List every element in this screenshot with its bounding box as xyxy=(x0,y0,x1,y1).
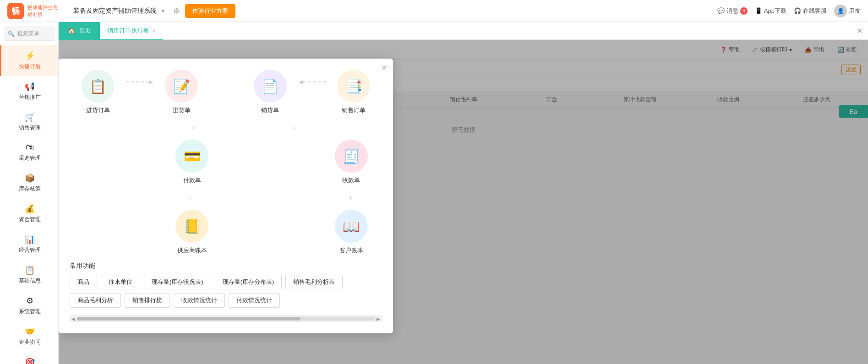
sidebar-item-marketing[interactable]: 📢营销推广 xyxy=(0,76,58,107)
flow-arrow-h2: ◀ xyxy=(299,79,326,105)
user-area[interactable]: 👤 用友 xyxy=(834,5,861,17)
func-btn-销售排行榜[interactable]: 销售排行榜 xyxy=(125,293,170,308)
flow-supplier-ledger[interactable]: 📒 供应商账本 xyxy=(161,210,223,255)
sidebar-nav: ⚡快捷导航📢营销推广🛒销售管理🛍采购管理📦库存核算💰资金管理📊经营管理📋基础信息… xyxy=(0,45,58,364)
message-icon: 💬 xyxy=(717,7,725,14)
system-title: 装备及固定资产辅助管理系统 ▼ ⚙ xyxy=(73,6,180,15)
scroll-left-arrow[interactable]: ◀ xyxy=(71,316,75,321)
tab-home[interactable]: 🏠 首页 xyxy=(59,22,100,40)
flow-circle-purchase-order: 📋 xyxy=(82,70,115,103)
sidebar-icon-collab: 🤝 xyxy=(25,326,35,337)
down-arrow-payment: ↓ xyxy=(161,124,225,130)
sidebar-item-newbie[interactable]: 🎯新手引导 xyxy=(0,352,58,364)
func-btn-销售毛利分析表[interactable]: 销售毛利分析表 xyxy=(285,275,343,289)
flow-label-supplier: 供应商账本 xyxy=(177,246,207,255)
flow-label-purchase-bill: 进货单 xyxy=(173,106,191,114)
sidebar-label-sales: 销售管理 xyxy=(19,124,41,132)
sidebar-icon-inventory: 📦 xyxy=(25,173,35,183)
flow-circle-customer: 📖 xyxy=(335,210,368,243)
flow-sales-order[interactable]: 📑 销售订单 xyxy=(326,70,382,114)
func-btn-商品毛利分析[interactable]: 商品毛利分析 xyxy=(70,293,121,308)
flow-payment-bill[interactable]: 💳 付款单 xyxy=(161,140,223,185)
scroll-right-arrow[interactable]: ▶ xyxy=(377,316,380,321)
sidebar-icon-finance: 💰 xyxy=(25,204,35,214)
down-arrow-customer: ↓ xyxy=(320,194,382,201)
sidebar-icon-purchase: 🛍 xyxy=(26,143,34,152)
func-btn-收款情况统计[interactable]: 收款情况统计 xyxy=(174,293,225,308)
home-icon: 🏠 xyxy=(68,27,75,34)
flow-sales-bill[interactable]: 📄 销货单 xyxy=(242,70,298,114)
spacer-m2 xyxy=(221,194,319,201)
func-btn-现存量(库存分布表)[interactable]: 现存量(库存分布表) xyxy=(215,275,282,289)
message-badge: 6 xyxy=(740,7,748,15)
user-avatar: 👤 xyxy=(834,5,847,17)
func-btn-商品[interactable]: 商品 xyxy=(70,275,97,289)
page-content: ❓ 帮助 🖨 按模板打印 ▾ 📤 导出 🔄 刷新 xyxy=(59,40,868,364)
down-arrow-supplier: ↓ xyxy=(159,194,221,201)
flow-circle-sales-bill: 📄 xyxy=(254,70,287,103)
sidebar-item-purchase[interactable]: 🛍采购管理 xyxy=(0,137,58,168)
sidebar-icon-newbie: 🎯 xyxy=(25,357,35,364)
logo-icon: 畅 xyxy=(7,3,24,19)
sidebar-icon-operations: 📊 xyxy=(25,234,35,244)
flow-circle-sales-order: 📑 xyxy=(337,70,370,103)
flow-label-sales-bill: 销货单 xyxy=(261,106,279,114)
flow-label-customer: 客户账本 xyxy=(339,246,363,255)
spacer-arrow xyxy=(134,124,161,130)
topbar-settings-icon[interactable]: ⚙ xyxy=(173,6,180,15)
sidebar-item-finance[interactable]: 💰资金管理 xyxy=(0,198,58,229)
flow-arrow-h1: ▶ xyxy=(126,79,153,105)
tab-sales-order[interactable]: 销售订单执行表 × xyxy=(100,22,163,40)
search-icon: 🔍 xyxy=(8,31,15,37)
online-service-btn[interactable]: 🎧 在线客服 xyxy=(794,7,827,15)
message-btn[interactable]: 💬 消息 6 xyxy=(717,7,748,15)
sidebar-search-area: 🔍 搜索菜单 xyxy=(0,22,58,45)
sidebar-item-inventory[interactable]: 📦库存核算 xyxy=(0,168,58,198)
tab-close-icon[interactable]: × xyxy=(153,27,156,34)
flow-diagram: 📋 进货订单 ▶ xyxy=(70,70,382,255)
sidebar-item-sales[interactable]: 🛒销售管理 xyxy=(0,107,58,137)
sidebar-label-system: 系统管理 xyxy=(19,308,41,315)
flow-arrows-down-row: ↓ ↓ xyxy=(70,124,382,130)
sidebar: 🔍 搜索菜单 ⚡快捷导航📢营销推广🛒销售管理🛍采购管理📦库存核算💰资金管理📊经营… xyxy=(0,22,59,364)
flow-label-purchase-order: 进货订单 xyxy=(86,106,110,114)
func-btn-往来单位[interactable]: 往来单位 xyxy=(101,275,140,289)
system-name: 装备及固定资产辅助管理系统 xyxy=(73,7,157,15)
scroll-track[interactable] xyxy=(77,317,375,321)
sidebar-icon-system: ⚙ xyxy=(26,296,33,306)
modal-close-button[interactable]: × xyxy=(382,63,387,73)
system-dropdown-icon[interactable]: ▼ xyxy=(160,8,166,14)
modal-overlay[interactable]: × 📋 进货订单 xyxy=(59,40,868,364)
scroll-bar-area: ◀ ▶ xyxy=(70,315,382,322)
func-btn-付款情况统计[interactable]: 付款情况统计 xyxy=(229,293,280,308)
sidebar-icon-sales: 🛒 xyxy=(25,112,35,122)
sidebar-item-basic-info[interactable]: 📋基础信息 xyxy=(0,260,58,290)
sidebar-label-basic-info: 基础信息 xyxy=(19,277,41,285)
flow-receipt-bill[interactable]: 🧾 收款单 xyxy=(320,140,382,185)
quick-nav-modal: × 📋 进货订单 xyxy=(59,59,393,333)
sidebar-item-collab[interactable]: 🤝企业协同 xyxy=(0,321,58,352)
flow-purchase-order[interactable]: 📋 进货订单 xyxy=(70,70,126,114)
func-btn-现存量(库存状况表)[interactable]: 现存量(库存状况表) xyxy=(144,275,211,289)
tab-bar: 🏠 首页 销售订单执行表 × ✕ xyxy=(59,22,868,40)
sidebar-label-purchase: 采购管理 xyxy=(19,154,41,162)
flow-customer-ledger[interactable]: 📖 客户账本 xyxy=(320,210,382,255)
search-menu-button[interactable]: 🔍 搜索菜单 xyxy=(4,27,55,41)
app-download-btn[interactable]: 📱 App下载 xyxy=(755,7,786,15)
spacer-left xyxy=(70,124,134,130)
tab-area-close-button[interactable]: ✕ xyxy=(851,22,868,39)
sidebar-item-quick-nav[interactable]: ⚡快捷导航 xyxy=(0,45,58,76)
flow-circle-receipt: 🧾 xyxy=(335,140,368,173)
flow-row-3: 📒 供应商账本 📖 客户账本 xyxy=(70,210,382,255)
func-buttons: 商品往来单位现存量(库存状况表)现存量(库存分布表)销售毛利分析表商品毛利分析销… xyxy=(70,275,382,308)
flow-purchase-bill[interactable]: 📝 进货单 xyxy=(153,70,209,114)
flow-circle-payment: 💳 xyxy=(175,140,208,173)
sidebar-item-system[interactable]: ⚙系统管理 xyxy=(0,290,58,321)
flow-label-payment: 付款单 xyxy=(183,176,201,185)
app-icon: 📱 xyxy=(755,7,762,14)
flow-row-1: 📋 进货订单 ▶ xyxy=(70,70,382,114)
trial-button[interactable]: 体验行业方案 xyxy=(185,4,235,18)
down-arrow-receipt: ↓ xyxy=(262,124,326,130)
sidebar-item-operations[interactable]: 📊经营管理 xyxy=(0,229,58,260)
common-funcs-section: 常用功能 商品往来单位现存量(库存状况表)现存量(库存分布表)销售毛利分析表商品… xyxy=(70,262,382,308)
